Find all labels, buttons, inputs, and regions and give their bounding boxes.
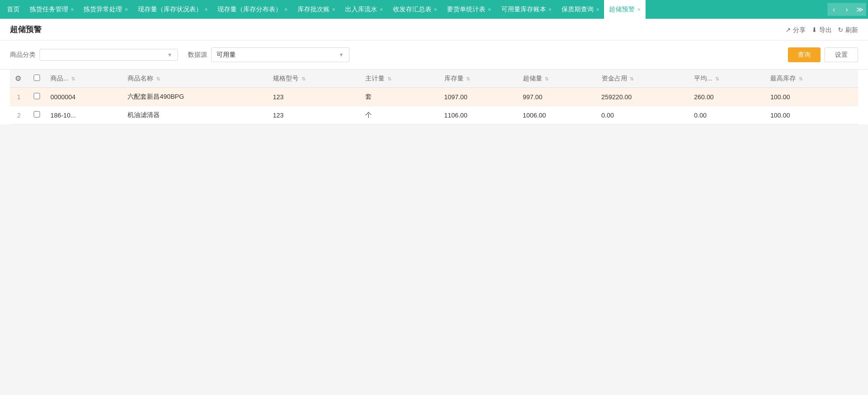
row-checkbox-cell [28, 106, 45, 124]
export-button[interactable]: ⬇ 导出 [812, 26, 832, 35]
category-label: 商品分类 [10, 50, 36, 59]
refresh-icon: ↻ [838, 26, 843, 34]
nav-home[interactable]: 首页 [2, 0, 25, 19]
nav-requisition-stats[interactable]: 要货单统计表 × [442, 0, 496, 19]
sort-icon: ⇅ [156, 76, 160, 81]
capital-column-header[interactable]: 资金占用 ⇅ [597, 70, 690, 88]
nav-more-button[interactable]: ≫ [853, 3, 866, 16]
overstock-column-header[interactable]: 超储量 ⇅ [518, 70, 597, 88]
sort-icon: ⇅ [71, 76, 75, 81]
row-checkbox[interactable] [34, 111, 40, 118]
row-avg: 260.00 [689, 88, 765, 106]
stock-column-header[interactable]: 库存量 ⇅ [439, 70, 518, 88]
sort-icon: ⇅ [630, 76, 634, 81]
row-spec: 123 [268, 106, 361, 124]
row-overstock: 1006.00 [518, 106, 597, 124]
row-code: 186-10... [45, 106, 123, 124]
gear-icon[interactable]: ⚙ [15, 74, 21, 82]
nav-summary[interactable]: 收发存汇总表 × [388, 0, 442, 19]
filter-buttons: 查询 设置 [788, 47, 858, 62]
table-container: ⚙ 商品... ⇅ 商品名称 ⇅ 规格型号 ⇅ [0, 70, 868, 124]
close-icon[interactable]: × [434, 6, 437, 12]
avg-column-header[interactable]: 平均... ⇅ [689, 70, 765, 88]
nav-exception-handling[interactable]: 拣货异常处理 × [79, 0, 132, 19]
row-number: 2 [10, 106, 28, 124]
sort-icon: ⇅ [466, 76, 470, 81]
close-icon[interactable]: × [205, 6, 208, 12]
datasource-select-value: 可用量 [217, 50, 236, 59]
row-spec: 123 [268, 88, 361, 106]
nav-inout-flow[interactable]: 出入库流水 × [340, 0, 388, 19]
category-filter-group: 商品分类 ▼ [10, 49, 178, 61]
code-column-header[interactable]: 商品... ⇅ [45, 70, 123, 88]
name-column-header[interactable]: 商品名称 ⇅ [123, 70, 268, 88]
row-overstock: 997.00 [518, 88, 597, 106]
header-actions: ↗ 分享 ⬇ 导出 ↻ 刷新 [785, 26, 858, 35]
data-table: ⚙ 商品... ⇅ 商品名称 ⇅ 规格型号 ⇅ [10, 70, 858, 124]
nav-batch-account[interactable]: 库存批次账 × [293, 0, 340, 19]
top-navigation: 首页 拣货任务管理 × 拣货异常处理 × 现存量（库存状况表） × 现存量（库存… [0, 0, 868, 19]
category-select[interactable]: ▼ [40, 49, 178, 61]
row-name: 六配套新昌490BPG [123, 88, 268, 106]
page-title: 超储预警 [10, 25, 42, 35]
close-icon[interactable]: × [125, 6, 128, 12]
main-content: 超储预警 ↗ 分享 ⬇ 导出 ↻ 刷新 商品分类 ▼ 数据源 [0, 19, 868, 124]
row-maxstock: 100.00 [765, 88, 858, 106]
close-icon[interactable]: × [549, 6, 552, 12]
query-button[interactable]: 查询 [788, 47, 821, 62]
spec-column-header[interactable]: 规格型号 ⇅ [268, 70, 361, 88]
nav-prev-button[interactable]: ‹ [827, 3, 840, 16]
sort-icon: ⇅ [545, 76, 549, 81]
row-name: 机油滤清器 [123, 106, 268, 124]
chevron-down-icon: ▼ [339, 52, 344, 58]
table-body: 1 0000004 六配套新昌490BPG 123 套 1097.00 997.… [10, 88, 858, 124]
share-button[interactable]: ↗ 分享 [785, 26, 806, 35]
row-checkbox-cell [28, 88, 45, 106]
nav-next-button[interactable]: › [840, 3, 853, 16]
table-row: 1 0000004 六配套新昌490BPG 123 套 1097.00 997.… [10, 88, 858, 106]
settings-button[interactable]: 设置 [825, 47, 858, 62]
close-icon[interactable]: × [488, 6, 491, 12]
sort-icon: ⇅ [715, 76, 719, 81]
close-icon[interactable]: × [284, 6, 287, 12]
row-unit: 套 [360, 88, 439, 106]
export-icon: ⬇ [812, 26, 817, 34]
nav-overstock-warning[interactable]: 超储预警 × [604, 0, 645, 19]
unit-column-header[interactable]: 主计量 ⇅ [360, 70, 439, 88]
page-header: 超储预警 ↗ 分享 ⬇ 导出 ↻ 刷新 [0, 19, 868, 40]
table-header-row: ⚙ 商品... ⇅ 商品名称 ⇅ 规格型号 ⇅ [10, 70, 858, 88]
row-unit: 个 [360, 106, 439, 124]
share-icon: ↗ [785, 26, 791, 34]
chevron-down-icon: ▼ [167, 52, 173, 58]
row-checkbox[interactable] [34, 93, 40, 99]
datasource-label: 数据源 [188, 50, 207, 59]
sort-icon: ⇅ [388, 76, 391, 81]
row-code: 0000004 [45, 88, 123, 106]
filter-area: 商品分类 ▼ 数据源 可用量 ▼ 查询 设置 [0, 40, 868, 70]
nav-shelf-life[interactable]: 保质期查询 × [557, 0, 604, 19]
refresh-button[interactable]: ↻ 刷新 [838, 26, 858, 35]
close-icon[interactable]: × [596, 6, 599, 12]
nav-task-management[interactable]: 拣货任务管理 × [25, 0, 79, 19]
close-icon[interactable]: × [71, 6, 74, 12]
maxstock-column-header[interactable]: 最高库存 ⇅ [765, 70, 858, 88]
table-row: 2 186-10... 机油滤清器 123 个 1106.00 1006.00 … [10, 106, 858, 124]
datasource-select[interactable]: 可用量 ▼ [211, 47, 349, 62]
sort-icon: ⇅ [302, 76, 305, 81]
checkbox-column-header [28, 70, 45, 88]
nav-inventory-status[interactable]: 现存量（库存状况表） × [133, 0, 213, 19]
close-icon[interactable]: × [332, 6, 335, 12]
close-icon[interactable]: × [637, 6, 640, 12]
row-maxstock: 100.00 [765, 106, 858, 124]
nav-available-inventory[interactable]: 可用量库存账本 × [496, 0, 557, 19]
datasource-filter-group: 数据源 可用量 ▼ [188, 47, 349, 62]
nav-inventory-distribution[interactable]: 现存量（库存分布表） × [213, 0, 292, 19]
row-capital: 259220.00 [597, 88, 690, 106]
row-capital: 0.00 [597, 106, 690, 124]
close-icon[interactable]: × [380, 6, 383, 12]
row-stock: 1106.00 [439, 106, 518, 124]
row-avg: 0.00 [689, 106, 765, 124]
row-number: 1 [10, 88, 28, 106]
sort-icon: ⇅ [799, 76, 803, 81]
select-all-checkbox[interactable] [34, 75, 40, 81]
